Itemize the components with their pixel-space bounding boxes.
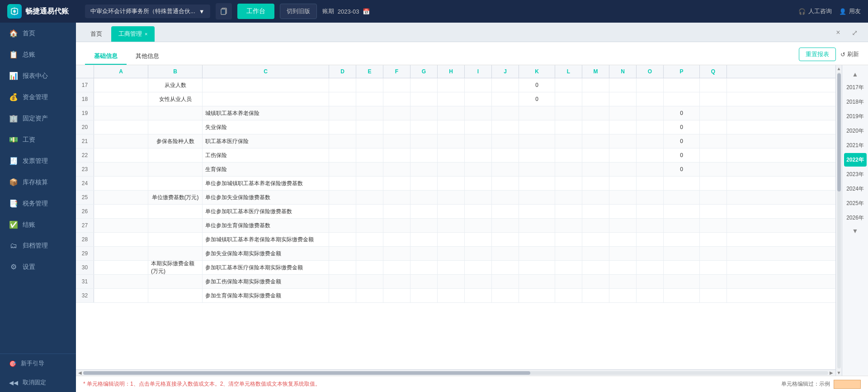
row-25-m[interactable] xyxy=(582,191,609,204)
workbench-button[interactable]: 工作台 xyxy=(237,4,274,19)
row-32-e[interactable] xyxy=(356,289,383,302)
row-28-m[interactable] xyxy=(582,233,609,246)
row-31-m[interactable] xyxy=(582,275,609,288)
row-18-c[interactable] xyxy=(203,92,329,106)
row-20-i[interactable] xyxy=(465,120,492,134)
row-19-c[interactable]: 城镇职工基本养老保险 xyxy=(203,106,329,120)
row-26-m[interactable] xyxy=(582,205,609,218)
subtab-other[interactable]: 其他信息 xyxy=(127,48,168,65)
row-20-g[interactable] xyxy=(410,120,438,134)
row-28-d[interactable] xyxy=(329,233,356,246)
row-32-m[interactable] xyxy=(582,289,609,302)
scroll-up-arrow[interactable]: ▲ xyxy=(836,65,842,72)
row-25-g[interactable] xyxy=(410,191,438,204)
sidebar-item-closing[interactable]: ✅ 结账 xyxy=(0,214,76,235)
row-26-b[interactable] xyxy=(148,205,203,218)
row-22-k[interactable] xyxy=(519,148,555,162)
ai-consult-area[interactable]: 🎧 人工咨询 xyxy=(798,7,832,15)
row-28-o[interactable] xyxy=(637,233,664,246)
row-19-e[interactable] xyxy=(356,106,383,120)
row-32-k[interactable] xyxy=(519,289,555,302)
row-24-f[interactable] xyxy=(383,177,410,190)
row-22-n[interactable] xyxy=(609,148,637,162)
row-21-l[interactable] xyxy=(555,134,582,148)
year-2020[interactable]: 2020年 xyxy=(844,124,867,138)
row-31-h[interactable] xyxy=(438,275,465,288)
row-24-m[interactable] xyxy=(582,177,609,190)
row-31-c[interactable]: 参加工伤保险本期实际缴费金额 xyxy=(203,275,329,288)
row-19-p[interactable]: 0 xyxy=(664,106,700,120)
row-25-p[interactable] xyxy=(664,191,700,204)
row-18-h[interactable] xyxy=(438,92,465,106)
row-27-j[interactable] xyxy=(492,219,519,232)
row-26-o[interactable] xyxy=(637,205,664,218)
row-31-o[interactable] xyxy=(637,275,664,288)
row-29-e[interactable] xyxy=(356,247,383,260)
year-2022[interactable]: 2022年 xyxy=(844,153,867,167)
row-30-e[interactable] xyxy=(356,261,383,274)
row-29-n[interactable] xyxy=(609,247,637,260)
row-32-g[interactable] xyxy=(410,289,438,302)
row-30-p[interactable] xyxy=(664,261,700,274)
row-18-o[interactable] xyxy=(637,92,664,106)
user-area[interactable]: 👤 用友 xyxy=(839,7,861,15)
row-20-q[interactable] xyxy=(700,120,727,134)
year-nav-up[interactable]: ▲ xyxy=(844,69,867,80)
row-21-p[interactable]: 0 xyxy=(664,134,700,148)
row-26-g[interactable] xyxy=(410,205,438,218)
row-20-f[interactable] xyxy=(383,120,410,134)
row-21-e[interactable] xyxy=(356,134,383,148)
sidebar-item-archive[interactable]: 🗂 归档管理 xyxy=(0,235,76,256)
row-21-j[interactable] xyxy=(492,134,519,148)
row-17-i[interactable] xyxy=(465,78,492,92)
row-19-l[interactable] xyxy=(555,106,582,120)
row-22-f[interactable] xyxy=(383,148,410,162)
row-21-o[interactable] xyxy=(637,134,664,148)
row-32-h[interactable] xyxy=(438,289,465,302)
row-17-b[interactable]: 从业人数 xyxy=(148,78,203,92)
row-28-c[interactable]: 参加城镇职工基本养老保险本期实际缴费金额 xyxy=(203,233,329,246)
row-24-i[interactable] xyxy=(465,177,492,190)
row-29-d[interactable] xyxy=(329,247,356,260)
row-30-d[interactable] xyxy=(329,261,356,274)
row-22-h[interactable] xyxy=(438,148,465,162)
row-24-h[interactable] xyxy=(438,177,465,190)
row-30-o[interactable] xyxy=(637,261,664,274)
row-23-n[interactable] xyxy=(609,163,637,176)
row-32-c[interactable]: 参加生育保险本期实际缴费金额 xyxy=(203,289,329,302)
row-19-d[interactable] xyxy=(329,106,356,120)
row-31-l[interactable] xyxy=(555,275,582,288)
row-30-f[interactable] xyxy=(383,261,410,274)
row-21-q[interactable] xyxy=(700,134,727,148)
expand-icon[interactable]: ⤢ xyxy=(848,26,861,39)
row-22-i[interactable] xyxy=(465,148,492,162)
row-23-j[interactable] xyxy=(492,163,519,176)
tab-home[interactable]: 首页 xyxy=(83,26,109,42)
row-17-f[interactable] xyxy=(383,78,410,92)
row-19-h[interactable] xyxy=(438,106,465,120)
year-2024[interactable]: 2024年 xyxy=(844,182,867,196)
sidebar-item-inventory[interactable]: 📦 库存核算 xyxy=(0,172,76,193)
row-32-i[interactable] xyxy=(465,289,492,302)
sidebar-item-reports[interactable]: 📊 报表中心 xyxy=(0,65,76,86)
row-21-d[interactable] xyxy=(329,134,356,148)
row-22-q[interactable] xyxy=(700,148,727,162)
row-22-b[interactable] xyxy=(148,148,203,162)
row-30-b[interactable]: 本期实际缴费金额(万元) xyxy=(148,261,203,274)
row-24-o[interactable] xyxy=(637,177,664,190)
row-17-n[interactable] xyxy=(609,78,637,92)
row-20-m[interactable] xyxy=(582,120,609,134)
row-29-k[interactable] xyxy=(519,247,555,260)
row-25-q[interactable] xyxy=(700,191,727,204)
row-17-q[interactable] xyxy=(700,78,727,92)
row-31-b[interactable] xyxy=(148,275,203,288)
row-19-g[interactable] xyxy=(410,106,438,120)
sidebar-item-tax[interactable]: 📑 税务管理 xyxy=(0,193,76,214)
v-scroll-track[interactable] xyxy=(837,72,841,368)
row-29-o[interactable] xyxy=(637,247,664,260)
year-2017[interactable]: 2017年 xyxy=(844,81,867,94)
refresh-button[interactable]: ↺ 刷新 xyxy=(840,50,859,58)
row-23-p[interactable]: 0 xyxy=(664,163,700,176)
row-19-b[interactable] xyxy=(148,106,203,120)
row-23-q[interactable] xyxy=(700,163,727,176)
